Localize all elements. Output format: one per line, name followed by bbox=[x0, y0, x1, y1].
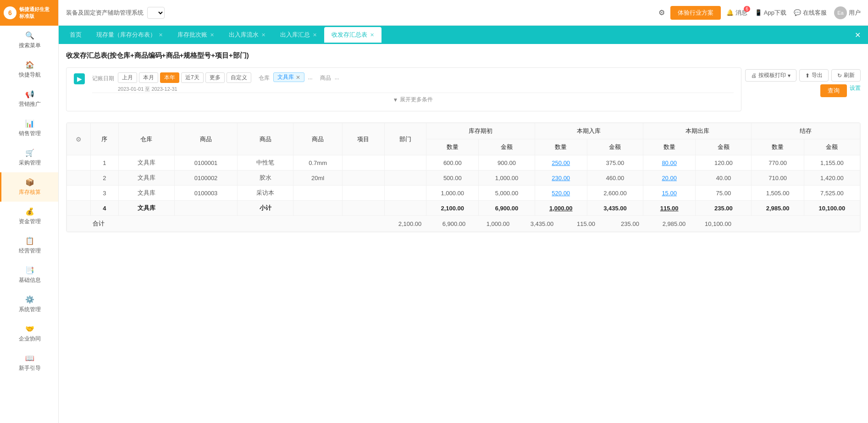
sidebar-item-enterprise[interactable]: 🤝企业协同 bbox=[0, 319, 58, 348]
row-in-qty[interactable]: 520.00 bbox=[535, 186, 587, 201]
sidebar-item-marketing[interactable]: 📢营销推广 bbox=[0, 84, 58, 114]
tab-close-inventory-dist[interactable]: ✕ bbox=[159, 32, 163, 38]
export-btn[interactable]: ⬆ 导出 bbox=[799, 69, 829, 82]
export-icon: ⬆ bbox=[805, 72, 810, 79]
row-in-qty[interactable]: 250.00 bbox=[535, 155, 587, 170]
sidebar-item-operations[interactable]: 📋经营管理 bbox=[0, 231, 58, 260]
warehouse-more-btn[interactable]: ... bbox=[308, 74, 313, 81]
refresh-label: 刷新 bbox=[844, 71, 855, 79]
system-title: 装备及固定资产辅助管理系统 bbox=[66, 7, 653, 19]
trial-button[interactable]: 体验行业方案 bbox=[670, 6, 721, 20]
row-settings bbox=[67, 170, 91, 186]
tab-close-recv-send-summary[interactable]: ✕ bbox=[370, 32, 374, 38]
row-balance-amt: 7,525.00 bbox=[804, 186, 860, 201]
row-out-qty[interactable]: 80.00 bbox=[643, 155, 695, 170]
sidebar-item-inventory[interactable]: 📦库存核算 bbox=[0, 172, 58, 202]
table-row: 4文具库小计2,100.006,900.001,000.003,435.0011… bbox=[67, 201, 860, 216]
tab-bar-close-btn[interactable]: ✕ bbox=[851, 29, 864, 41]
page-title: 收发存汇总表(按仓库+商品编码+商品+规格型号+项目+部门) bbox=[66, 51, 861, 60]
refresh-btn[interactable]: ↻ 刷新 bbox=[831, 69, 861, 82]
sidebar-item-purchase[interactable]: 🛒采购管理 bbox=[0, 143, 58, 172]
sidebar-item-search[interactable]: 🔍搜索菜单 bbox=[0, 26, 58, 55]
row-balance-amt: 1,155.00 bbox=[804, 155, 860, 170]
tab-close-in-out-summary[interactable]: ✕ bbox=[313, 32, 317, 38]
row-in-qty[interactable]: 230.00 bbox=[535, 170, 587, 186]
settings-link[interactable]: 设置 bbox=[850, 84, 861, 97]
sidebar-item-quick-nav[interactable]: 🏠快捷导航 bbox=[0, 55, 58, 84]
refresh-icon: ↻ bbox=[837, 72, 842, 79]
date-btn-本月[interactable]: 本月 bbox=[139, 72, 158, 83]
tab-in-out-summary[interactable]: 出入库汇总✕ bbox=[273, 27, 324, 43]
opening-group-header: 库存期初 bbox=[426, 123, 535, 139]
footer-balance-amt: 10,100.00 bbox=[700, 220, 736, 227]
row-warehouse: 文具库 bbox=[118, 186, 174, 201]
filter-toggle-btn[interactable]: ▶ bbox=[74, 73, 85, 84]
sidebar-label-finance: 资金管理 bbox=[19, 218, 41, 225]
date-btn-更多[interactable]: 更多 bbox=[205, 72, 225, 83]
row-out-qty[interactable]: 15.00 bbox=[643, 186, 695, 201]
row-spec bbox=[293, 186, 343, 201]
row-out-qty[interactable]: 20.00 bbox=[643, 170, 695, 186]
warehouse-tag-close[interactable]: ✕ bbox=[296, 74, 300, 81]
tab-batch-ledger[interactable]: 库存批次账✕ bbox=[170, 27, 221, 43]
sidebar-item-base-info[interactable]: 📑基础信息 bbox=[0, 260, 58, 290]
sidebar-item-sales[interactable]: 📊销售管理 bbox=[0, 114, 58, 143]
column-settings-icon[interactable]: ⚙ bbox=[76, 136, 82, 143]
row-name: 采访本 bbox=[238, 186, 293, 201]
query-btn[interactable]: 查询 bbox=[820, 84, 847, 97]
row-balance-qty: 710.00 bbox=[752, 170, 804, 186]
online-service-btn[interactable]: 💬 在线客服 bbox=[794, 9, 827, 17]
row-project bbox=[343, 155, 385, 170]
goods-more-btn[interactable]: ... bbox=[335, 74, 339, 81]
out-qty-header: 数量 bbox=[643, 139, 695, 155]
date-btn-本年[interactable]: 本年 bbox=[160, 72, 179, 83]
sidebar-item-finance[interactable]: 💰资金管理 bbox=[0, 202, 58, 231]
user-menu[interactable]: Ea 用户 bbox=[834, 6, 861, 19]
date-filter: 记账日期 上月本月本年近7天更多自定义 2023-01-01 至 2023-12… bbox=[92, 72, 251, 93]
notification-badge: 6 bbox=[744, 6, 750, 12]
in-amt-header: 金额 bbox=[587, 139, 643, 155]
footer-out-qty: 115.00 bbox=[568, 220, 604, 227]
row-num: 1 bbox=[90, 155, 118, 170]
row-balance-qty: 1,505.00 bbox=[752, 186, 804, 201]
tab-close-batch-ledger[interactable]: ✕ bbox=[210, 32, 214, 38]
row-warehouse: 文具库 bbox=[118, 155, 174, 170]
settings-icon[interactable]: ⚙ bbox=[658, 8, 665, 17]
expand-more-btn[interactable]: ▼ 展开更多条件 bbox=[393, 96, 433, 104]
warehouse-col-header: 仓库 bbox=[118, 123, 174, 155]
tab-recv-send-summary[interactable]: 收发存汇总表✕ bbox=[324, 27, 381, 43]
row-spec: 20ml bbox=[293, 170, 343, 186]
sidebar-item-system[interactable]: ⚙️系统管理 bbox=[0, 290, 58, 319]
table-header-group-row: ⚙ 序 仓库 商品 商品 商品 项目 部门 库存期初 本期入库 本期出库 bbox=[67, 123, 860, 139]
row-in-qty[interactable]: 1,000.00 bbox=[535, 201, 587, 216]
logo-text: 畅捷通好生意 标准版 bbox=[19, 6, 50, 20]
base-info-icon: 📑 bbox=[25, 266, 34, 275]
tab-label-inventory-dist: 现存量（库存分布表） bbox=[96, 31, 156, 39]
balance-qty-header: 数量 bbox=[752, 139, 804, 155]
footer-in-amt: 3,435.00 bbox=[524, 220, 560, 227]
name-col-header: 商品 bbox=[238, 123, 293, 155]
warehouse-filter: 仓库 文具库 ✕ ... bbox=[259, 72, 313, 82]
enterprise-icon: 🤝 bbox=[25, 324, 34, 333]
date-btn-自定义[interactable]: 自定义 bbox=[227, 72, 251, 83]
notification-btn[interactable]: 🔔 6 6 消息 bbox=[726, 9, 747, 17]
date-btn-近7天[interactable]: 近7天 bbox=[181, 72, 204, 83]
row-out-qty[interactable]: 115.00 bbox=[643, 201, 695, 216]
date-btn-上月[interactable]: 上月 bbox=[118, 72, 137, 83]
tab-label-home: 首页 bbox=[70, 31, 82, 39]
tab-inventory-dist[interactable]: 现存量（库存分布表）✕ bbox=[89, 27, 170, 43]
print-btn[interactable]: 🖨 按模板打印 ▾ bbox=[745, 69, 796, 82]
tab-bar: 首页现存量（库存分布表）✕库存批次账✕出入库流水✕出入库汇总✕收发存汇总表✕✕ bbox=[59, 26, 868, 44]
system-select[interactable] bbox=[147, 7, 165, 19]
tab-home[interactable]: 首页 bbox=[62, 27, 89, 43]
tab-close-in-out-flow[interactable]: ✕ bbox=[261, 32, 265, 38]
sidebar-item-guide[interactable]: 📖新手引导 bbox=[0, 348, 58, 378]
sidebar-label-sales: 销售管理 bbox=[19, 130, 41, 137]
top-right-actions: 🖨 按模板打印 ▾ ⬆ 导出 ↻ 刷新 bbox=[745, 69, 861, 82]
top-header: 装备及固定资产辅助管理系统 ⚙ 体验行业方案 🔔 6 6 消息 📱 App下载 … bbox=[59, 0, 868, 26]
app-download-btn[interactable]: 📱 App下载 bbox=[755, 9, 786, 17]
row-opening-amt: 5,000.00 bbox=[479, 186, 535, 201]
tab-in-out-flow[interactable]: 出入库流水✕ bbox=[221, 27, 273, 43]
main-area: 装备及固定资产辅助管理系统 ⚙ 体验行业方案 🔔 6 6 消息 📱 App下载 … bbox=[59, 0, 868, 423]
online-service-label: 在线客服 bbox=[803, 9, 827, 17]
